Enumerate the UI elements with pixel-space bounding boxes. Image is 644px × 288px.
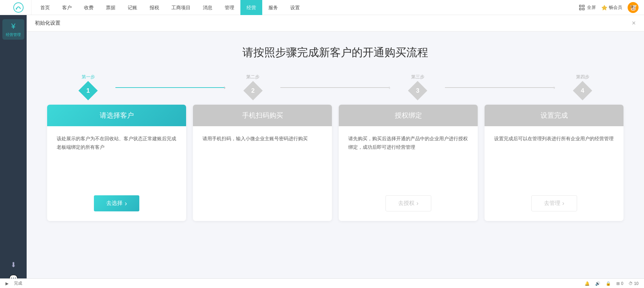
- wizard-container: 请按照步骤完成新客户的开通购买流程 第一步 1 ›: [27, 31, 644, 231]
- conn-line-2: [280, 87, 389, 88]
- nav-fee[interactable]: 收费: [78, 0, 100, 15]
- lock-icon[interactable]: 🔒: [606, 281, 611, 286]
- go-select-label: 去选择: [106, 200, 123, 207]
- sidebar: ¥ 经营管理 ⬇ 💬: [0, 15, 27, 288]
- svg-rect-4: [579, 8, 581, 10]
- card-4-footer: 去管理 ›: [485, 190, 624, 221]
- close-button[interactable]: ×: [632, 19, 636, 27]
- timer-icon: ⏱ 10: [629, 281, 639, 286]
- card-1-text: 该处展示的客户为不在回收站、客户状态正常建账后完成老板端绑定的所有客户: [57, 136, 176, 150]
- conn-line-1: [115, 87, 224, 88]
- notification-icon[interactable]: 🔔: [585, 281, 590, 286]
- go-auth-button[interactable]: 去授权 ›: [386, 195, 431, 211]
- status-bar: ▶ 完成 🔔 🔊 🔒 ⊞ 0 ⏱ 10: [0, 278, 644, 288]
- play-icon: ▶: [5, 281, 9, 286]
- page-title: 初始化设置: [35, 20, 60, 26]
- go-manage-button[interactable]: 去管理 ›: [531, 195, 577, 211]
- nav-message[interactable]: 消息: [197, 0, 219, 15]
- main-content: 初始化设置 × 请按照步骤完成新客户的开通购买流程 第一步 1 ›: [27, 15, 644, 288]
- nav-home[interactable]: 首页: [34, 0, 56, 15]
- card-4-text: 设置完成后可以在管理列表进行所有企业用户的经营管理: [494, 136, 614, 141]
- nav-customer[interactable]: 客户: [56, 0, 78, 15]
- card-1-body: 该处展示的客户为不在回收站、客户状态正常建账后完成老板端绑定的所有客户: [47, 126, 186, 190]
- go-auth-arrow: ›: [417, 200, 419, 207]
- nav-service[interactable]: 服务: [262, 0, 284, 15]
- top-navigation: 首页 客户 收费 票据 记账 报税 工商项目 消息 管理 经营 服务 设置 全屏…: [0, 0, 644, 15]
- svg-rect-2: [579, 5, 581, 7]
- go-select-button[interactable]: 去选择 ›: [94, 195, 139, 211]
- sidebar-item-operation[interactable]: ¥ 经营管理: [2, 19, 24, 40]
- step-2: 第二步 2: [226, 74, 280, 99]
- card-3-footer: 去授权 ›: [339, 190, 478, 221]
- step-4-label: 第四步: [576, 74, 589, 80]
- step-4-num: 4: [581, 87, 584, 94]
- card-3-text: 请先购买，购买后选择开通的产品中的企业用户进行授权绑定，成功后即可进行经营管理: [348, 136, 468, 150]
- card-4-title: 设置完成: [541, 112, 568, 119]
- card-auth-bind: 授权绑定 请先购买，购买后选择开通的产品中的企业用户进行授权绑定，成功后即可进行…: [339, 105, 478, 221]
- card-3-title: 授权绑定: [395, 112, 422, 119]
- nav-right-actions: 全屏 畅会员 🐮: [579, 2, 639, 13]
- card-2-footer: [193, 206, 332, 221]
- wizard-title: 请按照步骤完成新客户的开通购买流程: [47, 45, 624, 60]
- card-2-header: 手机扫码购买: [193, 105, 332, 126]
- fullscreen-btn[interactable]: 全屏: [579, 4, 596, 11]
- svg-marker-6: [602, 5, 607, 10]
- nav-business[interactable]: 工商项目: [165, 0, 197, 15]
- card-1-footer: 去选择 ›: [47, 190, 186, 221]
- go-auth-label: 去授权: [398, 200, 415, 207]
- nav-operation[interactable]: 经营: [240, 0, 262, 15]
- wizard-cards: 请选择客户 该处展示的客户为不在回收站、客户状态正常建账后完成老板端绑定的所有客…: [47, 105, 624, 221]
- card-1-title: 请选择客户: [100, 112, 134, 119]
- nav-tax[interactable]: 报税: [143, 0, 165, 15]
- svg-point-0: [14, 3, 23, 12]
- step-1: 第一步 1: [61, 74, 115, 99]
- step-4-indicator: 4: [574, 82, 591, 99]
- card-2-body: 请用手机扫码，输入小微企业主账号密码进行购买: [193, 126, 332, 206]
- card-3-body: 请先购买，购买后选择开通的产品中的企业用户进行授权绑定，成功后即可进行经营管理: [339, 126, 478, 190]
- status-text: 完成: [14, 280, 22, 286]
- nav-manage[interactable]: 管理: [219, 0, 240, 15]
- card-2-title: 手机扫码购买: [242, 112, 283, 119]
- step-2-label: 第二步: [246, 74, 260, 80]
- volume-icon[interactable]: 🔊: [595, 281, 600, 286]
- step-2-num: 2: [251, 87, 255, 94]
- app-logo: [5, 0, 31, 15]
- vip-btn[interactable]: 畅会员: [601, 4, 622, 11]
- card-4-body: 设置完成后可以在管理列表进行所有企业用户的经营管理: [485, 126, 624, 190]
- go-manage-label: 去管理: [544, 200, 560, 207]
- svg-rect-3: [583, 5, 584, 7]
- card-qr-purchase: 手机扫码购买 请用手机扫码，输入小微企业主账号密码进行购买: [193, 105, 332, 221]
- svg-point-1: [16, 8, 17, 10]
- card-select-customer: 请选择客户 该处展示的客户为不在回收站、客户状态正常建账后完成老板端绑定的所有客…: [47, 105, 186, 221]
- step-3: 第三步 3: [390, 74, 445, 99]
- nav-bookkeeping[interactable]: 记账: [122, 0, 143, 15]
- status-bar-right: 🔔 🔊 🔒 ⊞ 0 ⏱ 10: [585, 281, 639, 286]
- card-4-header: 设置完成: [485, 105, 624, 126]
- svg-rect-5: [583, 8, 584, 10]
- download-icon[interactable]: ⬇: [11, 261, 16, 269]
- connector-3-4: ›: [445, 84, 555, 91]
- connector-2-3: ›: [280, 84, 391, 91]
- nav-invoice[interactable]: 票据: [100, 0, 122, 15]
- steps-timeline: 第一步 1 › 第二步 2: [47, 74, 624, 99]
- step-3-num: 3: [416, 87, 419, 94]
- card-setup-done: 设置完成 设置完成后可以在管理列表进行所有企业用户的经营管理 去管理 ›: [485, 105, 624, 221]
- connector-1-2: ›: [115, 84, 226, 91]
- step-1-num: 1: [86, 87, 90, 94]
- card-2-text: 请用手机扫码，输入小微企业主账号密码进行购买: [202, 136, 308, 141]
- step-1-label: 第一步: [82, 74, 95, 80]
- user-avatar[interactable]: 🐮: [628, 2, 639, 13]
- card-1-header: 请选择客户: [47, 105, 186, 126]
- card-3-header: 授权绑定: [339, 105, 478, 126]
- step-1-indicator: 1: [80, 82, 97, 99]
- go-select-arrow: ›: [125, 199, 127, 207]
- step-3-label: 第三步: [411, 74, 424, 80]
- go-manage-arrow: ›: [562, 200, 564, 207]
- sidebar-item-label: 经营管理: [6, 32, 21, 37]
- operation-icon: ¥: [11, 22, 15, 31]
- grid-icon[interactable]: ⊞ 0: [616, 281, 623, 286]
- step-3-indicator: 3: [409, 82, 426, 99]
- step-4: 第四步 4: [555, 74, 610, 99]
- nav-settings[interactable]: 设置: [284, 0, 306, 15]
- conn-line-3: [445, 87, 554, 88]
